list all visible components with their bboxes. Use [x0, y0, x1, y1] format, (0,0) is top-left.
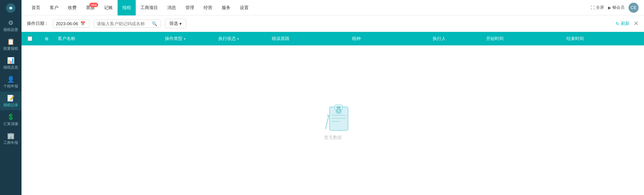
- th-error-reason-label: 错误原因: [272, 36, 289, 42]
- nav-item-fuwu[interactable]: 服务: [217, 0, 235, 15]
- nav-item-piaoju[interactable]: 票据new: [81, 0, 99, 15]
- main-area: 首页客户收费票据new记账报税工商项目消息管理经营服务设置 ⛶ 全屏 ▶ 畅会员…: [22, 0, 644, 195]
- baoshui-settings-icon: ⚙: [8, 19, 13, 27]
- nav-label-gongshang-xiangmu: 工商项目: [140, 5, 158, 11]
- baoshui-settings-label: 报税设置: [3, 28, 18, 32]
- member-label: 畅会员: [612, 5, 625, 10]
- nav-items: 首页客户收费票据new记账报税工商项目消息管理经营服务设置: [27, 0, 591, 15]
- th-start-time-label: 开始时间: [486, 36, 504, 42]
- sidebar-item-huisuan-jiaosui[interactable]: 💲 汇算清缴: [0, 110, 22, 129]
- th-start-time: 开始时间: [483, 36, 564, 42]
- nav-item-home[interactable]: 首页: [27, 0, 45, 15]
- close-button[interactable]: ✕: [634, 21, 639, 27]
- th-end-time: 结束时间: [564, 36, 644, 42]
- toolbar: 操作日期： 2023-06-06 📅 🔍 筛选 ▾ ↻ 刷新 ✕: [22, 15, 644, 32]
- date-label: 操作日期：: [27, 21, 49, 27]
- sidebar: ⚙ 报税设置 📋 批量报税 📊 报税总览 👤 个税申报 📝 报税记录 💲 汇算清…: [0, 0, 22, 195]
- nav-item-xiaoxi[interactable]: 消息: [163, 0, 181, 15]
- nav-label-shoufei: 收费: [68, 5, 77, 11]
- nav-label-jingying: 经营: [204, 5, 212, 11]
- nav-item-gongshang-xiangmu[interactable]: 工商项目: [136, 0, 163, 15]
- refresh-icon: ↻: [616, 21, 619, 26]
- chevron-down-icon: ▾: [179, 21, 182, 26]
- nav-item-shezhi[interactable]: 设置: [235, 0, 253, 15]
- settings-icon: ⚙: [45, 36, 49, 41]
- sidebar-item-piliang-baoshui[interactable]: 📋 批量报税: [0, 35, 22, 54]
- logo[interactable]: [0, 0, 22, 16]
- svg-point-1: [9, 7, 12, 9]
- gongshang-nianbao-label: 工商年报: [3, 141, 18, 145]
- nav-right: ⛶ 全屏 ▶ 畅会员 CE: [591, 3, 639, 13]
- nav-label-jizhang: 记账: [104, 5, 113, 11]
- gongshang-nianbao-icon: 🏢: [7, 132, 14, 140]
- huisuan-jiaosui-icon: 💲: [7, 113, 14, 121]
- geshuishen-bao-label: 个税申报: [3, 84, 18, 88]
- th-checkbox[interactable]: [22, 36, 38, 41]
- filter-label: 筛选: [169, 21, 178, 27]
- avatar-text: CE: [631, 5, 637, 10]
- member-button[interactable]: ▶ 畅会员: [608, 5, 625, 10]
- sidebar-item-geshuishen-bao[interactable]: 👤 个税申报: [0, 73, 22, 91]
- fullscreen-button[interactable]: ⛶ 全屏: [591, 5, 604, 10]
- empty-state: ! 暂无数据: [319, 100, 346, 141]
- th-settings[interactable]: ⚙: [38, 36, 55, 41]
- fullscreen-label: 全屏: [596, 5, 604, 10]
- fullscreen-icon: ⛶: [591, 5, 595, 10]
- sidebar-item-baoshui-settings[interactable]: ⚙ 报税设置: [0, 16, 22, 35]
- th-executor-label: 执行人: [433, 36, 446, 42]
- nav-item-guanli[interactable]: 管理: [181, 0, 199, 15]
- nav-label-fuwu: 服务: [222, 5, 230, 11]
- nav-item-customer[interactable]: 客户: [45, 0, 63, 15]
- calendar-icon: 📅: [80, 21, 85, 26]
- piliang-baoshui-label: 批量报税: [3, 46, 18, 51]
- table-container: ⚙ 客户名称 操作类型 ▾ 执行状态 ▾ 错误原因 税种: [22, 32, 644, 195]
- avatar[interactable]: CE: [629, 3, 639, 13]
- content: 操作日期： 2023-06-06 📅 🔍 筛选 ▾ ↻ 刷新 ✕: [22, 15, 644, 195]
- svg-line-2: [326, 115, 329, 129]
- th-end-time-label: 结束时间: [566, 36, 584, 42]
- nav-item-baoshui[interactable]: 报税: [118, 0, 136, 15]
- baoshui-zonglan-icon: 📊: [7, 57, 14, 64]
- baoshui-jilu-icon: 📝: [7, 94, 14, 102]
- nav-badge-piaoju: new: [89, 3, 98, 7]
- top-nav: 首页客户收费票据new记账报税工商项目消息管理经营服务设置 ⛶ 全屏 ▶ 畅会员…: [22, 0, 644, 15]
- nav-item-jizhang[interactable]: 记账: [99, 0, 118, 15]
- sidebar-item-baoshui-zonglan[interactable]: 📊 报税总览: [0, 54, 22, 73]
- th-customer-name: 客户名称: [55, 36, 162, 42]
- nav-label-customer: 客户: [50, 5, 58, 11]
- th-error-reason: 错误原因: [269, 36, 349, 42]
- empty-icon: !: [319, 100, 346, 130]
- sidebar-item-gongshang-nianbao[interactable]: 🏢 工商年报: [0, 129, 22, 148]
- baoshui-zonglan-label: 报税总览: [3, 65, 18, 70]
- toolbar-right: ↻ 刷新 ✕: [616, 21, 639, 27]
- th-operation-type-label: 操作类型: [165, 36, 182, 42]
- table-body: ! 暂无数据: [22, 45, 644, 195]
- geshuishen-bao-icon: 👤: [7, 76, 14, 83]
- baoshui-jilu-label: 报税记录: [3, 103, 18, 107]
- sidebar-item-baoshui-jilu[interactable]: 📝 报税记录: [0, 91, 22, 110]
- nav-item-jingying[interactable]: 经营: [199, 0, 217, 15]
- sort-icon-operation-type: ▾: [184, 37, 185, 41]
- piliang-baoshui-icon: 📋: [7, 38, 14, 45]
- th-customer-name-label: 客户名称: [58, 36, 75, 42]
- th-tax-type: 税种: [349, 36, 430, 42]
- date-value: 2023-06-06: [56, 21, 78, 26]
- select-all-checkbox[interactable]: [28, 36, 32, 41]
- th-exec-status-label: 执行状态: [218, 36, 236, 42]
- nav-item-shoufei[interactable]: 收费: [63, 0, 81, 15]
- search-input[interactable]: [97, 21, 151, 26]
- nav-label-guanli: 管理: [185, 5, 194, 11]
- refresh-button[interactable]: ↻ 刷新: [616, 21, 630, 27]
- huisuan-jiaosui-label: 汇算清缴: [3, 122, 18, 126]
- svg-text:!: !: [338, 109, 339, 113]
- th-exec-status: 执行状态 ▾: [216, 36, 269, 42]
- filter-button[interactable]: 筛选 ▾: [165, 19, 186, 28]
- date-picker[interactable]: 2023-06-06 📅: [53, 20, 90, 28]
- nav-label-home: 首页: [32, 5, 40, 11]
- search-icon: 🔍: [152, 21, 157, 26]
- sort-icon-exec-status: ▾: [237, 37, 239, 41]
- table-header: ⚙ 客户名称 操作类型 ▾ 执行状态 ▾ 错误原因 税种: [22, 32, 644, 45]
- nav-label-shezhi: 设置: [240, 5, 249, 11]
- nav-label-xiaoxi: 消息: [167, 5, 176, 11]
- th-operation-type: 操作类型 ▾: [162, 36, 216, 42]
